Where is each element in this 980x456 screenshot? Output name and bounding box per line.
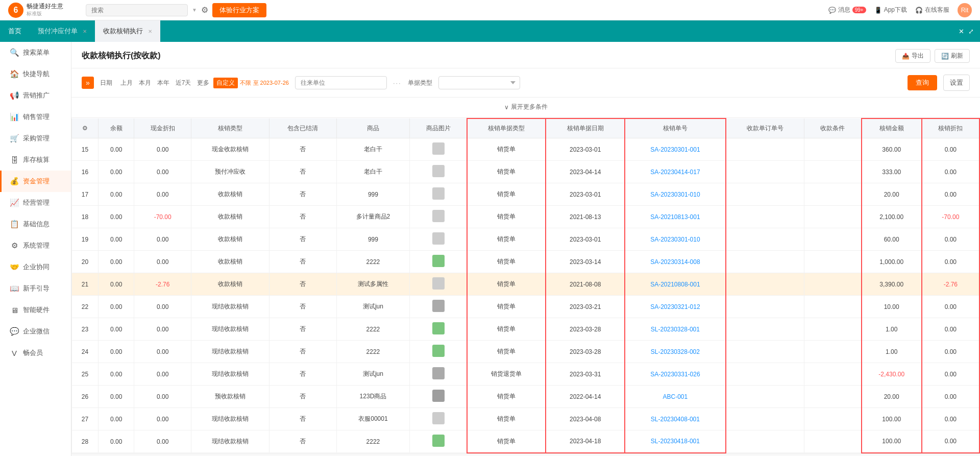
bill-no-link[interactable]: SA-20210808-001	[650, 281, 700, 288]
table-row: 预收款核销	[191, 386, 269, 408]
bill-no-link[interactable]: SA-20230414-017	[650, 169, 700, 176]
bill-type-label: 单据类型	[408, 79, 432, 87]
marketing-icon: 📢	[10, 91, 19, 100]
tab-prepay[interactable]: 预付冲应付单 ✕	[30, 20, 95, 42]
table-footer: 40,556,66... 952.24	[71, 453, 980, 457]
app-download[interactable]: 📱 App下载	[874, 6, 907, 14]
search-menu-icon: 🔍	[10, 48, 19, 57]
table-row: 0.00	[922, 341, 979, 363]
bill-no-link[interactable]: ABC-001	[663, 393, 688, 400]
table-row: 0.00	[99, 183, 134, 206]
table-row: SL-20230328-001	[625, 318, 726, 341]
sidebar-item-wechat[interactable]: 💬 企业微信	[0, 321, 71, 342]
sidebar-label-search: 搜索菜单	[23, 48, 50, 57]
expand-window-icon[interactable]: ⤢	[968, 28, 974, 35]
bill-no-link[interactable]: SA-20230301-001	[650, 146, 700, 153]
sidebar-item-member[interactable]: V 畅会员	[0, 342, 71, 364]
table-row: 2222	[336, 430, 410, 453]
table-row	[726, 318, 804, 341]
gear-button[interactable]: ⚙	[201, 5, 208, 15]
tab-prepay-close-icon[interactable]: ✕	[83, 29, 87, 34]
filter-expand-button[interactable]: »	[82, 77, 94, 89]
sidebar-item-finance[interactable]: 💰 资金管理	[0, 171, 71, 192]
export-button[interactable]: 📤 导出	[895, 49, 930, 63]
date-btn-more[interactable]: 更多	[195, 78, 211, 88]
table-row: 否	[269, 386, 336, 408]
sidebar-item-basicinfo[interactable]: 📋 基础信息	[0, 213, 71, 235]
bill-no-link[interactable]: SA-20230321-012	[650, 303, 700, 310]
operations-icon: 📈	[10, 198, 19, 207]
table-row: 销货单	[467, 430, 546, 453]
table-row: 否	[269, 341, 336, 363]
avatar[interactable]: Rit	[958, 3, 972, 17]
table-row	[410, 363, 467, 386]
table-row: 0.00	[134, 430, 191, 453]
table-row: 2,100.00	[862, 206, 922, 228]
refresh-button[interactable]: 🔄 刷新	[935, 49, 970, 63]
expand-conditions-row: ∨ 展开更多条件	[71, 98, 980, 118]
table-row: 0.00	[99, 318, 134, 341]
sidebar-item-operations[interactable]: 📈 经营管理	[0, 192, 71, 213]
home-icon: 🏠	[10, 69, 19, 79]
close-window-icon[interactable]: ✕	[959, 28, 964, 35]
table-row: 60.00	[862, 228, 922, 251]
sidebar-item-system[interactable]: ⚙ 系统管理	[0, 235, 71, 256]
online-service[interactable]: 🎧 在线客服	[915, 6, 949, 14]
bill-no-link[interactable]: SA-20230301-010	[650, 191, 700, 198]
bill-no-link[interactable]: SA-20230331-026	[650, 371, 700, 378]
sidebar-label-sales: 销售管理	[23, 112, 50, 122]
sidebar-item-collab[interactable]: 🤝 企业协同	[0, 256, 71, 278]
sidebar-item-marketing[interactable]: 📢 营销推广	[0, 85, 71, 106]
sidebar-item-search[interactable]: 🔍 搜索菜单	[0, 42, 71, 63]
search-input[interactable]	[86, 4, 188, 16]
sidebar-item-sales[interactable]: 📊 销售管理	[0, 106, 71, 128]
bill-type-select[interactable]	[438, 76, 520, 89]
table-row: 收款核销	[191, 251, 269, 273]
bill-no-link[interactable]: SL-20230328-002	[651, 348, 700, 355]
table-row: 16	[72, 161, 99, 183]
filter-bar: » 日期 上月 本月 本年 近7天 更多 自定义 不限 至 2023-07-26…	[71, 68, 980, 98]
bill-no-link[interactable]: SA-20230301-010	[650, 236, 700, 243]
col-header-settings[interactable]: ⚙	[72, 118, 99, 138]
table-row	[410, 408, 467, 430]
date-btn-thisyear[interactable]: 本年	[155, 78, 172, 88]
bill-no-link[interactable]: SL-20230418-001	[651, 438, 700, 445]
filter-dots: ···	[393, 79, 402, 87]
bill-no-link[interactable]: SA-20210813-001	[650, 213, 700, 221]
notifications[interactable]: 💬 消息 99+	[828, 6, 866, 14]
sidebar-item-quicknav[interactable]: 🏠 快捷导航	[0, 63, 71, 85]
tab-writeoff-close-icon[interactable]: ✕	[148, 29, 152, 34]
table-row: 0.00	[134, 251, 191, 273]
collab-icon: 🤝	[10, 262, 19, 272]
table-row	[804, 386, 861, 408]
table-row	[804, 341, 861, 363]
expand-more-button[interactable]: ∨ 展开更多条件	[500, 101, 552, 113]
table-row: 2023-03-31	[546, 363, 624, 386]
tab-home[interactable]: 首页	[0, 20, 30, 42]
top-bar: 6 畅捷通好生意 标准版 ▼ ⚙ 体验行业方案 💬 消息 99+ 📱 App下载…	[0, 0, 980, 20]
bill-no-link[interactable]: SA-20230314-008	[650, 258, 700, 266]
table-row: SA-20230314-008	[625, 251, 726, 273]
table-row: 2222	[336, 251, 410, 273]
date-btn-7days[interactable]: 近7天	[174, 78, 193, 88]
settings-button[interactable]: 设置	[943, 75, 970, 91]
sidebar-item-inventory[interactable]: 🗄 库存核算	[0, 149, 71, 171]
sidebar-item-purchase[interactable]: 🛒 采购管理	[0, 128, 71, 149]
date-btn-custom[interactable]: 自定义	[213, 78, 238, 88]
bill-no-link[interactable]: SL-20230408-001	[651, 416, 700, 423]
sidebar-item-guide[interactable]: 📖 新手引导	[0, 278, 71, 299]
purchase-icon: 🛒	[10, 134, 19, 143]
bill-no-link[interactable]: SL-20230328-001	[651, 326, 700, 333]
table-row	[804, 183, 861, 206]
date-btn-lastmonth[interactable]: 上月	[118, 78, 135, 88]
sidebar-label-operations: 经营管理	[23, 198, 50, 207]
query-button[interactable]: 查询	[908, 75, 937, 90]
sidebar-item-hardware[interactable]: 🖥 智能硬件	[0, 299, 71, 321]
sidebar-label-collab: 企业协同	[23, 262, 50, 272]
solution-button[interactable]: 体验行业方案	[212, 3, 266, 17]
tab-writeoff[interactable]: 收款核销执行 ✕	[95, 20, 160, 42]
table-row: 2023-03-14	[546, 251, 624, 273]
partner-filter-input[interactable]	[295, 76, 387, 89]
date-btn-thismonth[interactable]: 本月	[137, 78, 153, 88]
table-row: 0.00	[134, 183, 191, 206]
